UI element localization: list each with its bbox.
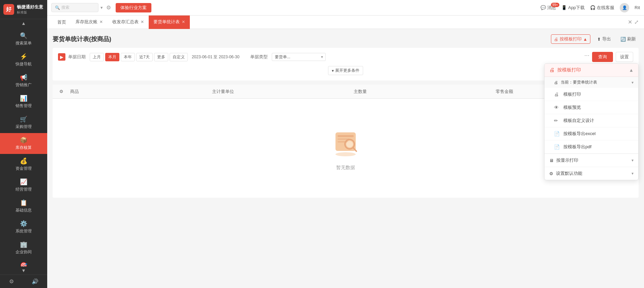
settings-bottom-icon[interactable]: ⚙ [9,278,14,285]
avatar[interactable]: 👤 [620,3,629,12]
date-btn-last-month[interactable]: 上月 [90,53,104,61]
date-btn-custom[interactable]: 自定义 [170,53,188,61]
sidebar-item-enterprise[interactable]: 🏢 企业协同 [0,237,47,258]
th-settings[interactable]: ⚙ [57,89,67,94]
sidebar-item-inventory[interactable]: 📦 库存核算 [0,133,47,154]
expand-icon: ▾ [332,68,334,73]
dropdown-default-func[interactable]: ⚙ 设置默认功能 ▾ [545,167,638,180]
sidebar-item-search-menu[interactable]: 🔍 搜索菜单 [0,29,47,50]
sidebar-item-operation[interactable]: 📈 经营管理 [0,175,47,196]
settings-btn[interactable]: 设置 [616,52,633,62]
more-options-icon[interactable]: ··· [584,52,589,62]
refresh-label: 刷新 [627,36,636,42]
svg-point-0 [335,152,356,156]
sidebar-item-sales[interactable]: 📊 销售管理 [0,91,47,112]
page-title: 要货单统计表(按商品) [53,35,111,43]
sidebar-item-marketing[interactable]: 📢 营销推广 [0,70,47,91]
sidebar-item-label: 系统管理 [16,228,32,234]
app-badge: 标准版 [17,10,43,15]
order-type-label: 单据类型 [250,54,268,60]
sales-icon: 📊 [20,95,27,102]
dropdown-title: 按模板打印 [557,67,581,73]
export-btn[interactable]: ⬆ 导出 [594,35,614,43]
dropdown-current-item[interactable]: 🖨 当前：要货单统计表 ▾ [545,77,638,88]
dropdown-close-btn[interactable]: ▲ [629,67,634,73]
refresh-icon: 🔄 [620,37,626,42]
main-area: 🔍 搜索 ▾ ⚙ 体验行业方案 💬 消息 99+ 📱 App下载 🎧 在线客服 … [47,0,644,288]
print-dropdown-menu: 🖨 按模板打印 ▲ 🖨 当前：要货单统计表 ▾ 🖨 模板打印 👁 模板预览 [544,63,639,180]
page-actions: 🖨 按模板打印 ▲ ⬆ 导出 🔄 刷新 [551,34,639,44]
topbar-gear-icon[interactable]: ⚙ [106,4,111,11]
message-icon: 💬 [540,5,546,10]
phone-icon: 📱 [561,5,567,10]
app-title: 畅捷通好生意 [17,4,43,10]
sidebar-scroll-down[interactable]: ▼ [0,266,47,275]
default-func-arrow: ▾ [632,171,634,176]
tab-batch-account[interactable]: 库存批次账 ✕ [71,15,108,29]
tab-close-icon[interactable]: ✕ [141,20,144,24]
order-type-select[interactable]: 要货单... [272,53,326,61]
query-actions: ··· 查询 设置 [584,52,633,62]
empty-illustration [329,126,362,159]
dropdown-item-template-design[interactable]: ✏ 模板自定义设计 [545,114,638,127]
print-template-btn[interactable]: 🖨 按模板打印 ▲ [551,34,590,44]
current-icon: 🖨 [554,80,558,85]
date-btn-this-year[interactable]: 本年 [121,53,135,61]
chevron-up-icon: ▲ [583,37,587,42]
refresh-btn[interactable]: 🔄 刷新 [618,35,639,43]
expand-more-btn[interactable]: ▾ 展开更多条件 [328,66,363,75]
date-btn-more[interactable]: 更多 [154,53,168,61]
date-btn-7days[interactable]: 近7天 [136,53,153,61]
order-type-select-wrapper: 要货单... [272,53,326,61]
tab-receipt-summary[interactable]: 收发存汇总表 ✕ [108,15,149,29]
dropdown-item-export-pdf[interactable]: 📄 按模板导出pdf [545,140,638,154]
operation-icon: 📈 [20,178,27,186]
dropdown-item-template-print[interactable]: 🖨 模板打印 [545,88,638,101]
volume-icon[interactable]: 🔊 [32,278,38,285]
template-design-icon: ✏ [554,118,560,123]
sidebar-item-label: 经营管理 [16,187,32,192]
template-print-icon: 🖨 [554,92,560,97]
sidebar-item-finance[interactable]: 💰 资金管理 [0,154,47,175]
current-label: 当前：要货单统计表 [561,79,597,85]
tab-close-icon[interactable]: ✕ [99,20,103,24]
dropdown-item-export-excel[interactable]: 📄 按模板导出excel [545,127,638,140]
svg-point-6 [346,141,353,148]
date-btn-this-month[interactable]: 本月 [105,53,119,61]
current-chevron-icon: ▾ [632,80,634,85]
industry-btn[interactable]: 体验行业方案 [116,3,151,12]
sidebar: 好 畅捷通好生意 标准版 ▲ 🔍 搜索菜单 ⚡ 快捷导航 📢 营销推广 📊 销售… [0,0,47,288]
print-label: 按模板打印 [560,36,582,42]
export-pdf-label: 按模板导出pdf [563,144,591,150]
tab-label: 库存批次账 [76,19,97,25]
sidebar-item-label: 销售管理 [16,103,32,109]
tab-order-stats[interactable]: 要货单统计表 ✕ [149,15,190,29]
sidebar-item-system[interactable]: ⚙️ 系统管理 [0,217,47,237]
topbar-chevron-icon[interactable]: ▾ [100,5,103,10]
export-excel-label: 按模板导出excel [563,131,595,137]
close-all-tabs-icon[interactable]: ✕ [628,19,632,25]
export-excel-icon: 📄 [554,131,560,136]
app-download-btn[interactable]: 📱 App下载 [561,5,585,11]
sidebar-scroll-up[interactable]: ▲ [0,19,47,27]
filter-row-type: 单据类型 要货单... [250,53,326,61]
sidebar-bottom: ⚙ 🔊 [0,275,47,288]
sidebar-item-quick-nav[interactable]: ⚡ 快捷导航 [0,50,47,70]
enterprise-icon: 🏢 [20,241,27,248]
topbar-search-box[interactable]: 🔍 搜索 [51,3,98,12]
sidebar-item-basic-info[interactable]: 📋 基础信息 [0,196,47,217]
sidebar-item-purchase[interactable]: 🛒 采购管理 [0,112,47,133]
query-btn[interactable]: 查询 [592,52,613,62]
online-service-btn[interactable]: 🎧 在线客服 [590,5,614,11]
dropdown-item-template-preview[interactable]: 👁 模板预览 [545,101,638,114]
username-label[interactable]: Rit [635,5,640,10]
headset-icon: 🎧 [590,5,595,10]
dropdown-display-print[interactable]: 🖥 按显示打印 ▾ [545,154,638,167]
template-preview-icon: 👁 [554,105,560,110]
tab-home[interactable]: 首页 [53,15,71,29]
expand-tabs-icon[interactable]: ⤢ [634,19,639,25]
message-btn[interactable]: 💬 消息 99+ [540,5,556,11]
sidebar-item-guide[interactable]: 🎯 新手引导 [0,258,47,266]
tab-close-icon[interactable]: ✕ [182,20,185,24]
filter-toggle-btn[interactable]: ▶ [58,53,65,61]
